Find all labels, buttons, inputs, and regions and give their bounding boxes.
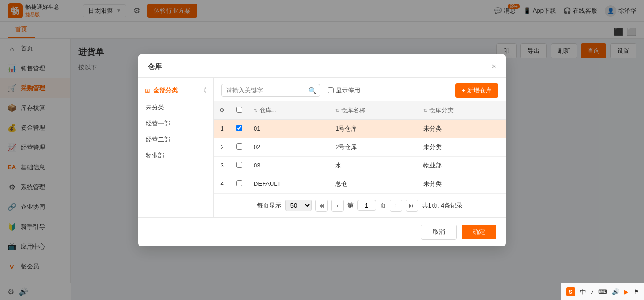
dialog-header: 仓库 × — [138, 54, 506, 78]
dialog-body: ⊞ 全部分类 《 未分类 经营一部 经营二部 物业部 🔍 — [138, 78, 506, 217]
page-first-button[interactable]: ⏮ — [315, 200, 328, 212]
flag-icon: ⚑ — [634, 288, 639, 295]
row-checkbox[interactable] — [236, 162, 242, 168]
per-page-select[interactable]: 50 20 100 — [285, 200, 312, 211]
row-checkbox[interactable] — [236, 143, 242, 150]
page-number-input[interactable] — [357, 200, 376, 211]
row-check[interactable] — [231, 119, 248, 138]
row-index: DEFAULT — [248, 175, 330, 193]
dialog-footer: 取消 确定 — [138, 217, 506, 246]
modal-overlay: 仓库 × ⊞ 全部分类 《 未分类 经营一部 经营二部 物业部 — [0, 0, 644, 300]
page-prev-button[interactable]: ‹ — [331, 200, 344, 212]
cancel-button[interactable]: 取消 — [421, 225, 457, 240]
table-row[interactable]: 4 DEFAULT 总仓 未分类 — [214, 175, 506, 193]
search-wrap: 🔍 — [221, 84, 320, 97]
confirm-button[interactable]: 确定 — [462, 225, 496, 239]
col-code: ⇅仓库... — [248, 101, 330, 120]
dialog-close-button[interactable]: × — [491, 62, 496, 72]
category-panel-header: ⊞ 全部分类 《 — [138, 83, 213, 100]
row-check[interactable] — [231, 156, 248, 175]
show-disabled-checkbox[interactable] — [328, 87, 334, 93]
category-item-ops1[interactable]: 经营一部 — [138, 116, 213, 132]
dialog-title: 仓库 — [148, 62, 162, 71]
bottom-bar: S 中 ♪ ⌨ 🔊 ▶ ⚑ — [561, 283, 644, 300]
category-item-ops2[interactable]: 经营二部 — [138, 132, 213, 148]
table-row[interactable]: 1 01 1号仓库 未分类 — [214, 119, 506, 138]
warehouse-table-panel: 🔍 显示停用 + 新增仓库 ⚙ — [214, 78, 506, 217]
row-index: 03 — [248, 156, 330, 175]
row-checkbox[interactable] — [236, 180, 242, 186]
grid-icon: ⊞ — [145, 87, 150, 94]
category-item-property[interactable]: 物业部 — [138, 148, 213, 164]
row-category: 物业部 — [418, 156, 506, 175]
col-category: ⇅仓库分类 — [418, 101, 506, 120]
keyboard-icon: ⌨ — [598, 288, 607, 295]
show-disabled-label[interactable]: 显示停用 — [328, 86, 360, 95]
table-row[interactable]: 3 03 水 物业部 — [214, 156, 506, 175]
select-all-checkbox[interactable] — [236, 107, 242, 113]
category-item-unclassified[interactable]: 未分类 — [138, 100, 213, 116]
mic-icon: ♪ — [591, 288, 594, 295]
all-categories-label[interactable]: 全部分类 — [153, 86, 178, 95]
volume-icon: 🔊 — [612, 288, 619, 295]
row-index: 02 — [248, 138, 330, 156]
warehouse-dialog: 仓库 × ⊞ 全部分类 《 未分类 经营一部 经营二部 物业部 — [138, 54, 506, 246]
col-name: ⇅仓库名称 — [330, 101, 418, 120]
row-category: 未分类 — [418, 138, 506, 156]
row-check[interactable] — [231, 138, 248, 156]
row-category: 未分类 — [418, 119, 506, 138]
row-name: 2号仓库 — [330, 138, 418, 156]
page-next-button[interactable]: › — [390, 200, 402, 212]
collapse-button[interactable]: 《 — [200, 86, 206, 95]
row-category: 未分类 — [418, 175, 506, 193]
row-name: 总仓 — [330, 175, 418, 193]
col-settings: ⚙ — [214, 101, 231, 120]
row-gear[interactable]: 3 — [214, 156, 231, 175]
row-gear[interactable]: 1 — [214, 119, 231, 138]
zh-icon: 中 — [580, 288, 586, 296]
search-input[interactable] — [221, 84, 320, 97]
page-last-button[interactable]: ⏭ — [406, 200, 418, 212]
play-icon: ▶ — [624, 288, 629, 295]
row-name: 水 — [330, 156, 418, 175]
row-gear[interactable]: 4 — [214, 175, 231, 193]
warehouse-table: ⚙ ⇅仓库... ⇅仓库名称 ⇅仓库分类 1 01 1号仓库 未分类 2 — [214, 101, 506, 193]
row-index: 01 — [248, 119, 330, 138]
row-check[interactable] — [231, 175, 248, 193]
row-gear[interactable]: 2 — [214, 138, 231, 156]
search-icon: 🔍 — [308, 87, 316, 94]
pagination: 每页显示 50 20 100 ⏮ ‹ 第 页 › ⏭ 共1页, 4条记录 — [214, 193, 506, 217]
row-checkbox[interactable] — [236, 125, 242, 131]
add-warehouse-button[interactable]: + 新增仓库 — [455, 83, 498, 98]
category-panel: ⊞ 全部分类 《 未分类 经营一部 经营二部 物业部 — [138, 78, 214, 217]
row-name: 1号仓库 — [330, 119, 418, 138]
col-check — [231, 101, 248, 120]
total-label: 共1页, 4条记录 — [422, 201, 463, 210]
table-toolbar: 🔍 显示停用 + 新增仓库 — [214, 78, 506, 101]
table-row[interactable]: 2 02 2号仓库 未分类 — [214, 138, 506, 156]
s-logo: S — [566, 287, 575, 296]
